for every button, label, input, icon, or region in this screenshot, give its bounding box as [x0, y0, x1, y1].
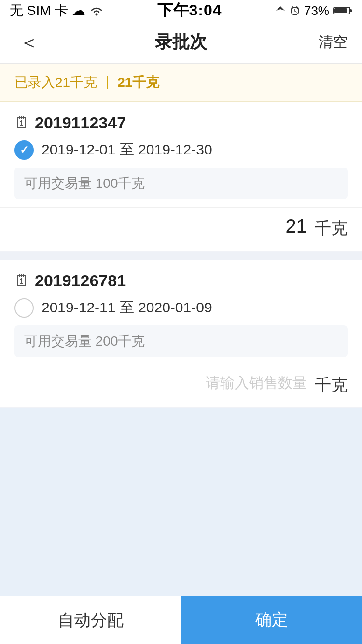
battery-percent: 73% — [304, 3, 329, 18]
wifi-icon — [89, 5, 104, 16]
confirm-button[interactable]: 确定 — [181, 596, 362, 644]
batch-id-2: 2019126781 — [35, 271, 126, 290]
status-right: 73% — [275, 3, 352, 18]
status-time: 下午3:04 — [157, 0, 222, 21]
batch-card-2: 🗓 2019126781 2019-12-11 至 2020-01-09 可用交… — [0, 260, 362, 407]
input-row-2: 请输入销售数量 千克 — [0, 365, 362, 407]
batch-date-2: 2019-12-11 至 2020-01-09 — [42, 298, 212, 318]
batch-avail-2: 可用交易量 200千克 — [14, 325, 348, 357]
card-separator — [0, 252, 362, 260]
bottom-buttons: 自动分配 确定 — [0, 596, 362, 644]
batch-date-1: 2019-12-01 至 2019-12-30 — [42, 140, 212, 160]
back-button[interactable]: ＜ — [14, 24, 43, 60]
quantity-placeholder-2[interactable]: 请输入销售数量 — [206, 373, 307, 393]
location-icon — [275, 5, 286, 16]
radio-2[interactable] — [14, 298, 34, 318]
no-sim-label: 无 SIM 卡 ☁ — [10, 1, 85, 20]
clear-button[interactable]: 清空 — [319, 32, 348, 52]
radio-1[interactable]: ✓ — [14, 140, 34, 160]
input-row-1: 21 千克 — [0, 207, 362, 251]
input-underline-1 — [181, 241, 307, 241]
batch-header-1: 🗓 2019112347 — [0, 102, 362, 136]
status-left: 无 SIM 卡 ☁ — [10, 1, 104, 20]
summary-divider — [107, 76, 108, 89]
auto-distribute-button[interactable]: 自动分配 — [0, 596, 181, 644]
quantity-unit-1: 千克 — [315, 217, 348, 239]
quantity-underline-1: 21 — [14, 215, 307, 241]
batch-header-2: 🗓 2019126781 — [0, 260, 362, 294]
summary-label: 已录入21千克 — [14, 73, 97, 92]
batch-avail-1: 可用交易量 100千克 — [14, 168, 348, 199]
summary-bar: 已录入21千克 21千克 — [0, 64, 362, 102]
nav-bar: ＜ 录批次 清空 — [0, 21, 362, 64]
page-title: 录批次 — [155, 30, 207, 54]
quantity-unit-2: 千克 — [315, 374, 348, 396]
svg-rect-4 — [334, 8, 347, 13]
svg-rect-3 — [350, 9, 352, 12]
batch-date-row-2[interactable]: 2019-12-11 至 2020-01-09 — [0, 294, 362, 322]
batch-card-1: 🗓 2019112347 ✓ 2019-12-01 至 2019-12-30 可… — [0, 102, 362, 251]
input-underline-2 — [181, 397, 307, 397]
batch-icon-1: 🗓 — [14, 114, 30, 132]
alarm-icon — [290, 5, 300, 16]
status-bar: 无 SIM 卡 ☁ 下午3:04 73% — [0, 0, 362, 21]
summary-value: 21千克 — [117, 73, 159, 92]
quantity-underline-2: 请输入销售数量 — [14, 373, 307, 397]
svg-point-0 — [96, 14, 98, 16]
checkmark-1: ✓ — [20, 144, 28, 156]
batch-id-1: 2019112347 — [35, 113, 126, 132]
battery-icon — [333, 6, 352, 15]
batch-icon-2: 🗓 — [14, 272, 30, 290]
quantity-value-1[interactable]: 21 — [268, 215, 307, 237]
batch-date-row-1[interactable]: ✓ 2019-12-01 至 2019-12-30 — [0, 136, 362, 164]
